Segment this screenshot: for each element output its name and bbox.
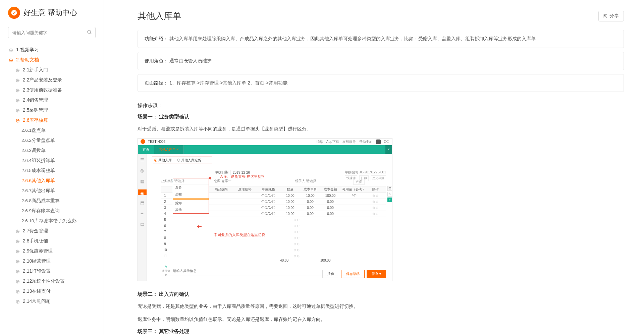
ss-user: CC bbox=[384, 140, 389, 144]
plus-icon: ⊕ bbox=[15, 299, 20, 304]
ss-radio-label: 其他入库 bbox=[158, 158, 172, 163]
nav-install[interactable]: ⊕2.2产品安装及登录 bbox=[8, 75, 96, 85]
nav-pay[interactable]: ⊕2.13在线支付 bbox=[8, 286, 96, 296]
ss-tabs-close: × bbox=[385, 145, 392, 154]
nav-label: 2.6.10库存账本错了怎么办 bbox=[21, 218, 76, 224]
ss-tool-hist: 历史单据 bbox=[371, 175, 386, 181]
close-icon: × bbox=[177, 148, 179, 151]
nav-label: 2.6.2分量盘点单 bbox=[21, 137, 55, 144]
nav-label: 2.4销售管理 bbox=[23, 97, 48, 103]
ss-dd-item: 受赠 bbox=[173, 191, 209, 198]
ss-topbar-right: 消息 App下载 在线服务 帮助中心 CC bbox=[316, 139, 389, 144]
search-input[interactable] bbox=[8, 27, 96, 38]
main-content: 其他入库单 ⇱ 分享 功能介绍： 其他入库单用来处理除采购入库、产成品入库之外的… bbox=[104, 0, 644, 335]
nav-label: 2.8手机旺铺 bbox=[23, 238, 48, 244]
ss-tabs: 首页 其他入库单 × × bbox=[138, 145, 392, 154]
nav-inventory[interactable]: ⊖2.6库存核算 bbox=[8, 115, 96, 125]
nav-2-6-5[interactable]: 2.6.5成本调整单 bbox=[8, 166, 96, 176]
ss-radio-label: 其他入库退货 bbox=[181, 158, 201, 163]
th-op: 操作 bbox=[367, 187, 386, 192]
table-row: 7⊕ ⊖ bbox=[161, 229, 386, 235]
nav-2-6-10[interactable]: 2.6.10库存账本错了怎么办 bbox=[8, 216, 96, 226]
search-box bbox=[8, 27, 96, 38]
svg-line-1 bbox=[90, 33, 91, 34]
nav-purchase[interactable]: ⊕2.5采购管理 bbox=[8, 105, 96, 115]
nav-faq[interactable]: ⊕2.14常见问题 bbox=[8, 296, 96, 306]
share-button[interactable]: ⇱ 分享 bbox=[598, 11, 624, 21]
plus-icon: ⊕ bbox=[15, 88, 20, 93]
nav-label: 1.视频学习 bbox=[16, 47, 39, 53]
ss-rightbar: ⬒ ✎ ⤢ bbox=[387, 186, 392, 202]
scene2-text2: 退库业务中，明细数量均以负值红色展示。无论是入库还是退库，库存账均记在入库方向。 bbox=[138, 315, 624, 324]
nav-2-6-6[interactable]: 2.6.6其他入库单 bbox=[8, 176, 96, 186]
nav-label: 2.14常见问题 bbox=[23, 298, 51, 304]
ss-menu-help: 帮助中心 bbox=[359, 139, 373, 144]
nav-custom[interactable]: ⊕2.12系统个性化设置 bbox=[8, 276, 96, 286]
nav-newbie[interactable]: ⊕2.1新手入门 bbox=[8, 65, 96, 75]
ss-more-btn: 更多 bbox=[353, 179, 365, 185]
svg-point-0 bbox=[88, 30, 91, 33]
ss-btn-draft: 保存草稿 bbox=[341, 270, 365, 278]
nav-help-docs[interactable]: ⊖2.帮助文档 bbox=[8, 55, 96, 65]
ss-wh-label: 仓库 bbox=[214, 179, 220, 183]
radio-dot-icon bbox=[177, 159, 180, 162]
nav-mobile[interactable]: ⊕2.8手机旺铺 bbox=[8, 236, 96, 246]
scene2-label: 场景二： bbox=[138, 291, 158, 297]
nav-funds[interactable]: ⊕2.7资金管理 bbox=[8, 226, 96, 236]
nav-2-6-7[interactable]: 2.6.7其他出库单 bbox=[8, 186, 96, 196]
nav-video-learning[interactable]: ⊕1.视频学习 bbox=[8, 45, 96, 55]
role-box: 使用角色： 通常由仓管人员维护 bbox=[138, 52, 624, 70]
table-row: 9⊕ ⊖ bbox=[161, 241, 386, 247]
nav-label: 2.6.3调拨单 bbox=[21, 148, 46, 154]
nav-label: 2.10经营管理 bbox=[23, 258, 51, 264]
role-label: 使用角色： bbox=[145, 58, 168, 63]
nav-biz[interactable]: ⊕2.10经营管理 bbox=[8, 256, 96, 266]
nav-2-6-1[interactable]: 2.6.1盘点单 bbox=[8, 125, 96, 135]
ss-footer: 放弃 保存草稿 保存 ▾ bbox=[322, 270, 386, 278]
scene3-label: 场景三： bbox=[138, 329, 158, 334]
ss-side-icon: ✦ bbox=[140, 211, 145, 216]
nav-coupon[interactable]: ⊕2.9优惠券管理 bbox=[8, 246, 96, 256]
nav-2-6-2[interactable]: 2.6.2分量盘点单 bbox=[8, 135, 96, 146]
nav-sales[interactable]: ⊕2.4销售管理 bbox=[8, 95, 96, 105]
plus-icon: ⊕ bbox=[15, 77, 20, 83]
ss-wh-value: 仓库一 bbox=[221, 179, 231, 183]
scene1-heading: 场景一： 业务类型确认 bbox=[138, 114, 624, 120]
logo[interactable]: 好生意 帮助中心 bbox=[8, 7, 96, 19]
ss-date-value: 2019-12-26 bbox=[230, 170, 252, 175]
logo-icon bbox=[8, 7, 20, 19]
nav-label: 2.6.5成本调整单 bbox=[21, 168, 55, 174]
nav-2-6-9[interactable]: 2.6.9库存账本查询 bbox=[8, 206, 96, 216]
intro-box: 功能介绍： 其他入库单用来处理除采购入库、产成品入库之外的其他入库业务，因此其他… bbox=[138, 30, 624, 48]
minus-icon: ⊖ bbox=[15, 118, 20, 123]
ss-side-icon: ▤ bbox=[140, 222, 145, 227]
path-text: 1、库存核算->库存管理->其他入库单 2、首页->常用功能 bbox=[169, 80, 287, 86]
ss-body: 其他入库 其他入库退货 ◄── 入库、退货业务 在这里切换 单据日期 2019-… bbox=[147, 154, 392, 281]
plus-icon: ⊕ bbox=[8, 47, 13, 53]
page-title: 其他入库单 bbox=[138, 10, 181, 22]
scene2-title: 出入方向确认 bbox=[159, 291, 189, 297]
nav-print[interactable]: ⊕2.11打印设置 bbox=[8, 266, 96, 276]
sidebar: 好生意 帮助中心 ⊕1.视频学习 ⊖2.帮助文档 ⊕2.1新手入门 ⊕2.2产品… bbox=[0, 0, 104, 335]
ss-menu-msg: 消息 bbox=[316, 139, 323, 144]
nav-2-6-3[interactable]: 2.6.3调拨单 bbox=[8, 146, 96, 156]
nav-label: 2.6.8商品成本重算 bbox=[21, 198, 60, 204]
ss-docnum-value: JC-20191226-001 bbox=[359, 170, 386, 174]
nav-2-6-8[interactable]: 2.6.8商品成本重算 bbox=[8, 196, 96, 206]
table-row: 8⊕ ⊖ bbox=[161, 235, 386, 241]
plus-icon: ⊕ bbox=[15, 248, 20, 254]
nav-label: 2.6.4组装拆卸单 bbox=[21, 158, 55, 164]
minus-icon: ⊖ bbox=[8, 57, 13, 63]
plus-icon: ⊕ bbox=[15, 108, 20, 113]
nav-data-prep[interactable]: ⊕2.3使用前数据准备 bbox=[8, 85, 96, 95]
path-label: 页面路径： bbox=[145, 80, 168, 86]
remark-icon: ✎备注信息 bbox=[161, 265, 171, 277]
nav-label: 2.6.6其他入库单 bbox=[21, 178, 55, 184]
share-icon: ⇱ bbox=[603, 13, 607, 19]
scene2-text1: 无论是受赠，还是其他类型的业务，由于入库商品质量等原因，需要退回，这时可通过单据… bbox=[138, 302, 624, 311]
scene1-title: 业务类型确认 bbox=[159, 114, 189, 119]
search-icon[interactable] bbox=[87, 30, 92, 36]
ss-dd-item: 盘盈 bbox=[173, 184, 209, 191]
nav-2-6-4[interactable]: 2.6.4组装拆卸单 bbox=[8, 156, 96, 166]
ss-person-label: 经手人 bbox=[295, 179, 305, 183]
